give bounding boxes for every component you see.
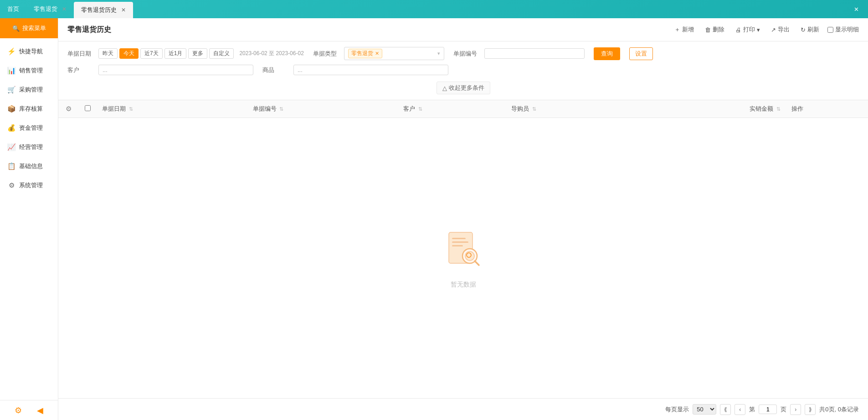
- print-icon: 🖨: [735, 26, 741, 33]
- query-btn[interactable]: 查询: [594, 47, 620, 60]
- sidebar-item-sys-mgmt[interactable]: ⚙ 系统管理: [0, 176, 58, 195]
- pagination-bar: 每页显示 50 10 20 100 ⟪ ‹ 第 页 › ⟫ 共0页, 0条记录: [58, 398, 868, 420]
- top-bar: 首页 零售退货 ✕ 零售退货历史 ✕ ✕: [0, 0, 868, 18]
- sort-guide-icon[interactable]: ⇅: [532, 106, 536, 112]
- customer-filter-group: 客户 ...: [67, 65, 253, 75]
- tab-retail-return[interactable]: 零售退货 ✕: [26, 0, 74, 18]
- empty-text: 暂无数据: [451, 281, 476, 289]
- th-amount: 实销金额 ⇅: [635, 100, 786, 118]
- new-btn[interactable]: ＋ 新增: [672, 24, 697, 36]
- th-actions: 操作: [786, 100, 868, 118]
- sidebar-nav: ⚡ 快捷导航 📊 销售管理 🛒 采购管理 📦 库存核算 💰 资金管理 📈: [0, 38, 58, 400]
- date-btn-group: 昨天 今天 近7天 近1月 更多 自定义: [98, 48, 234, 59]
- type-filter-label: 单据类型: [313, 50, 340, 58]
- sort-number-icon[interactable]: ⇅: [279, 106, 283, 112]
- first-page-btn[interactable]: ⟪: [720, 404, 731, 415]
- content-area: 零售退货历史 ＋ 新增 🗑 删除 🖨 打印 ▾ ↗ 导出: [58, 18, 868, 420]
- date-last7-btn[interactable]: 近7天: [140, 48, 163, 59]
- table-header-row: ⚙ 单据日期 ⇅ 单据编号 ⇅: [58, 100, 868, 118]
- date-custom-btn[interactable]: 自定义: [209, 48, 234, 59]
- close-retail-return-tab[interactable]: ✕: [62, 6, 67, 12]
- new-icon: ＋: [674, 26, 680, 34]
- number-filter-group: 单据编号: [453, 48, 585, 59]
- search-menu-btn[interactable]: 🔍 搜索菜单: [0, 18, 58, 38]
- sidebar-bottom: ⚙ ◀: [0, 400, 58, 420]
- delete-icon: 🗑: [705, 26, 711, 33]
- sidebar: 🔍 搜索菜单 ⚡ 快捷导航 📊 销售管理 🛒 采购管理 📦 库存核算 💰: [0, 18, 58, 420]
- refresh-btn[interactable]: ↻ 刷新: [798, 24, 822, 36]
- customer-select[interactable]: ...: [98, 65, 253, 75]
- sales-mgmt-icon: 📊: [7, 67, 15, 75]
- prev-page-btn[interactable]: ‹: [734, 404, 745, 415]
- window-close-btn[interactable]: ✕: [854, 6, 859, 13]
- goods-select[interactable]: ...: [293, 65, 448, 75]
- quick-nav-icon: ⚡: [7, 47, 15, 56]
- settings-bottom-icon[interactable]: ⚙: [15, 405, 22, 415]
- date-last1m-btn[interactable]: 近1月: [164, 48, 187, 59]
- select-all-checkbox[interactable]: [85, 105, 91, 111]
- sidebar-item-base-info[interactable]: 📋 基础信息: [0, 157, 58, 176]
- sidebar-item-ops-mgmt[interactable]: 📈 经营管理: [0, 138, 58, 157]
- th-settings: ⚙: [58, 100, 78, 118]
- total-info: 共0页, 0条记录: [819, 405, 859, 414]
- purchase-mgmt-icon: 🛒: [7, 86, 15, 94]
- header-actions: ＋ 新增 🗑 删除 🖨 打印 ▾ ↗ 导出 ↻ 刷新: [672, 24, 859, 36]
- page-number-input[interactable]: [759, 405, 777, 414]
- type-tag: 零售退货 ✕: [348, 49, 382, 58]
- sidebar-item-sales-mgmt[interactable]: 📊 销售管理: [0, 61, 58, 80]
- last-page-btn[interactable]: ⟫: [805, 404, 816, 415]
- number-filter-label: 单据编号: [453, 50, 481, 58]
- type-tag-close[interactable]: ✕: [375, 51, 379, 56]
- search-icon: 🔍: [12, 25, 20, 32]
- tab-retail-return-history[interactable]: 零售退货历史 ✕: [74, 2, 133, 18]
- collapse-icon: △: [442, 85, 447, 92]
- type-select-arrow: ▾: [437, 51, 440, 56]
- detail-checkbox-input[interactable]: [827, 27, 833, 33]
- next-page-btn[interactable]: ›: [790, 404, 801, 415]
- delete-btn[interactable]: 🗑 删除: [702, 24, 727, 36]
- th-guide: 导购员 ⇅: [506, 100, 635, 118]
- print-btn[interactable]: 🖨 打印 ▾: [733, 24, 763, 36]
- column-settings-icon[interactable]: ⚙: [66, 105, 72, 113]
- svg-rect-3: [452, 245, 463, 246]
- page-size-select[interactable]: 50 10 20 100: [693, 404, 716, 415]
- ops-mgmt-icon: 📈: [7, 143, 15, 151]
- sidebar-item-purchase-mgmt[interactable]: 🛒 采购管理: [0, 80, 58, 99]
- inventory-icon: 📦: [7, 105, 15, 113]
- th-checkbox: [78, 100, 97, 118]
- sidebar-item-quick-nav[interactable]: ⚡ 快捷导航: [0, 42, 58, 61]
- refresh-icon: ↻: [801, 26, 806, 33]
- sidebar-item-finance[interactable]: 💰 资金管理: [0, 118, 58, 138]
- type-select[interactable]: 零售退货 ✕ ▾: [344, 47, 444, 60]
- number-filter-input[interactable]: [484, 48, 585, 59]
- finance-icon: 💰: [7, 124, 15, 132]
- empty-state: 暂无数据: [58, 118, 868, 398]
- date-today-btn[interactable]: 今天: [119, 48, 139, 59]
- date-filter-group: 单据日期 昨天 今天 近7天 近1月 更多 自定义 2023-06-02 至 2…: [67, 48, 304, 59]
- svg-rect-1: [452, 238, 466, 239]
- collapse-more-conditions-btn[interactable]: △ 收起更多条件: [437, 82, 490, 94]
- tab-home[interactable]: 首页: [0, 0, 26, 18]
- export-btn[interactable]: ↗ 导出: [768, 24, 792, 36]
- date-range-display: 2023-06-02 至 2023-06-02: [239, 50, 303, 57]
- main-layout: 🔍 搜索菜单 ⚡ 快捷导航 📊 销售管理 🛒 采购管理 📦 库存核算 💰: [0, 18, 868, 420]
- sort-date-icon[interactable]: ⇅: [129, 106, 133, 112]
- date-yesterday-btn[interactable]: 昨天: [98, 48, 118, 59]
- filter-row-2: 客户 ... 商品 ...: [67, 65, 859, 75]
- empty-illustration: [441, 228, 486, 273]
- close-retail-return-history-tab[interactable]: ✕: [121, 7, 126, 13]
- show-detail-checkbox[interactable]: 显示明细: [827, 26, 859, 34]
- sort-customer-icon[interactable]: ⇅: [418, 106, 422, 112]
- filter-area: 单据日期 昨天 今天 近7天 近1月 更多 自定义 2023-06-02 至 2…: [58, 41, 868, 100]
- collapse-sidebar-icon[interactable]: ◀: [37, 405, 43, 415]
- print-dropdown-icon: ▾: [757, 26, 760, 33]
- th-customer: 客户 ⇅: [398, 100, 506, 118]
- date-more-btn[interactable]: 更多: [188, 48, 207, 59]
- customer-filter-label: 客户: [67, 66, 95, 74]
- sort-amount-icon[interactable]: ⇅: [776, 106, 781, 112]
- base-info-icon: 📋: [7, 162, 15, 170]
- date-filter-label: 单据日期: [67, 50, 95, 58]
- settings-btn[interactable]: 设置: [629, 47, 653, 60]
- page-header: 零售退货历史 ＋ 新增 🗑 删除 🖨 打印 ▾ ↗ 导出: [58, 18, 868, 41]
- sidebar-item-inventory[interactable]: 📦 库存核算: [0, 99, 58, 118]
